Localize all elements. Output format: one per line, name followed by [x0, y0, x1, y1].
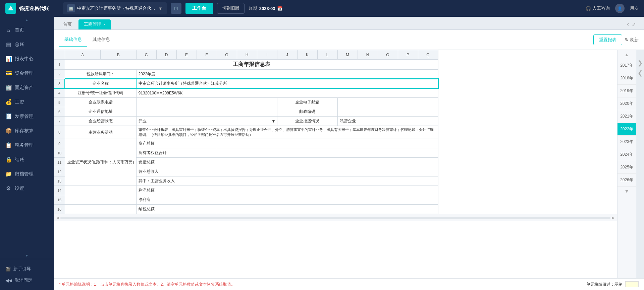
refresh-button[interactable]: ↻ 刷新	[625, 37, 639, 43]
row-num: 16	[54, 205, 65, 214]
calendar-icon[interactable]: 📅	[277, 6, 282, 11]
period-value-cell[interactable]: 2022年度	[136, 70, 438, 79]
company-name-value[interactable]: 中审众环会计师事务所（特殊普通合伙）江苏分所	[136, 79, 438, 88]
period-area: 账期 2023-03 📅	[249, 5, 283, 11]
active-tab-label: 工商管理	[84, 21, 101, 27]
spreadsheet: A B C D E F G H I J K L M	[54, 50, 438, 214]
sidebar-item-close[interactable]: 🔒 结账	[0, 152, 54, 167]
sidebar-label-payroll: 工资	[15, 99, 24, 105]
phone-value[interactable]	[136, 98, 277, 107]
scroll-left-btn[interactable]: ◀	[56, 216, 59, 220]
year-panel-up[interactable]: ▲	[623, 50, 631, 59]
sidebar-item-invoice[interactable]: 🧾 发票管理	[0, 109, 54, 124]
tab-close-button[interactable]: ×	[103, 22, 105, 26]
sidebar-item-inventory[interactable]: 📦 库存核算	[0, 124, 54, 138]
row-num: 7	[54, 117, 65, 126]
shareholding-value[interactable]: 私营企业	[337, 117, 438, 126]
tax-total-label: 纳税总额	[136, 205, 217, 214]
row-num: 12	[54, 167, 65, 176]
net-profit-label: 净利润	[136, 195, 217, 205]
unpin-item[interactable]: ◀◀ 取消固定	[5, 275, 48, 286]
row-num: 14	[54, 186, 65, 195]
old-version-button[interactable]: 切到旧版	[217, 3, 245, 14]
address-value[interactable]	[136, 107, 277, 117]
year-item-2024[interactable]: 2024年	[618, 148, 636, 161]
bottom-right: 单元格编辑过：示例	[586, 281, 639, 287]
sub-tabs: 基础信息 其他信息	[59, 33, 115, 46]
year-item-2018[interactable]: 2018年	[618, 72, 636, 85]
year-panel-down[interactable]: ▼	[623, 187, 631, 196]
biz-activity-value[interactable]: 审查企业会计报表；出具审计报告；验证企业资本；出具验资报告；办理企业合并、分立、…	[136, 126, 438, 139]
sub-tab-other[interactable]: 其他信息	[87, 33, 115, 47]
sidebar-item-archive[interactable]: 📁 归档管理	[0, 167, 54, 181]
sheet-main[interactable]: A B C D E F G H I J K L M	[54, 50, 617, 278]
year-item-2022[interactable]: 2022年	[618, 123, 636, 136]
win-close-button[interactable]: ×	[627, 22, 629, 27]
top-bar: 畅捷通易代账 🏢 中审众环会计师事务所（特殊普通合伙... ▼ ⊡ 工作台 切到…	[0, 0, 644, 17]
sidebar-item-finance[interactable]: 💳 资金管理	[0, 66, 54, 80]
sidebar-item-settings[interactable]: ⚙ 设置	[0, 181, 54, 196]
copy-icon[interactable]: ⊡	[171, 3, 181, 14]
net-profit-value[interactable]	[217, 195, 438, 205]
collapse-right-button[interactable]: ❯	[636, 58, 644, 68]
tab-home[interactable]: 首页	[58, 19, 77, 29]
year-item-2019[interactable]: 2019年	[618, 85, 636, 97]
user-service[interactable]: 🎧 人工咨询	[586, 5, 610, 11]
assets-section-cell: 企业资产状况信息(币种：人民币万元)	[65, 139, 136, 186]
headset-icon: 🎧	[586, 6, 591, 11]
liabilities-value[interactable]	[217, 158, 438, 167]
col-header-O: O	[378, 50, 398, 60]
equity-value[interactable]	[217, 148, 438, 158]
dropdown-arrow-icon[interactable]: ▼	[272, 119, 276, 124]
main-revenue-value[interactable]	[217, 176, 438, 186]
revenue-value[interactable]	[217, 167, 438, 176]
refresh-label: 刷新	[630, 37, 639, 43]
sidebar-item-report[interactable]: 📊 报表中心	[0, 52, 54, 66]
table-row: 3 企业名称 中审众环会计师事务所（特殊普通合伙）江苏分所	[54, 79, 438, 88]
user-label[interactable]: 用友	[630, 5, 639, 11]
sidebar-scroll-down[interactable]: ▼	[0, 252, 54, 259]
tax-total-value[interactable]	[217, 205, 438, 214]
win-expand-button[interactable]: ⤢	[632, 22, 636, 27]
col-header-H: H	[237, 50, 257, 60]
reg-num-value[interactable]: 91320100MA208E5W6K	[136, 88, 438, 98]
period-label-cell: 税款所属期间：	[65, 70, 136, 79]
year-item-2023[interactable]: 2023年	[618, 136, 636, 148]
sidebar-item-tax[interactable]: 📋 税务管理	[0, 138, 54, 152]
reset-report-button[interactable]: 重置报表	[593, 34, 622, 45]
workbench-button[interactable]: 工作台	[185, 3, 213, 14]
year-item-2020[interactable]: 2020年	[618, 97, 636, 110]
row-num: 11	[54, 158, 65, 167]
new-guide-item[interactable]: 🎬 新手引导	[5, 263, 48, 275]
sidebar-item-assets[interactable]: 🏢 固定资产	[0, 80, 54, 95]
company-selector[interactable]: 🏢 中审众环会计师事务所（特殊普通合伙... ▼	[63, 2, 167, 14]
sidebar-item-ledger[interactable]: ▤ 总账	[0, 37, 54, 52]
dropdown-icon: ▼	[158, 6, 163, 11]
sidebar-label-ledger: 总账	[15, 42, 24, 48]
email-value[interactable]	[337, 98, 438, 107]
col-header-Q: Q	[418, 50, 438, 60]
year-item-2026[interactable]: 2026年	[618, 174, 636, 187]
year-item-2017[interactable]: 2017年	[618, 59, 636, 72]
expand-right-button[interactable]: ❮	[636, 68, 644, 78]
row-num: 15	[54, 195, 65, 205]
table-row: 4 注册号/统一社会信用代码 91320100MA208E5W6K	[54, 88, 438, 98]
year-item-2025[interactable]: 2025年	[618, 161, 636, 174]
biz-status-value[interactable]: 开业 ▼	[136, 117, 277, 126]
profit-value[interactable]	[217, 186, 438, 195]
year-item-2021[interactable]: 2021年	[618, 110, 636, 123]
sidebar-item-home[interactable]: ⌂ 首页	[0, 23, 54, 37]
sidebar-item-payroll[interactable]: 💰 工资	[0, 95, 54, 109]
scroll-right-btn[interactable]: ▶	[612, 216, 614, 220]
sidebar-label-tax: 税务管理	[15, 142, 34, 148]
postal-value[interactable]	[337, 107, 438, 117]
sub-tab-basic[interactable]: 基础信息	[59, 33, 87, 47]
total-assets-value[interactable]	[217, 139, 438, 148]
col-header-J: J	[277, 50, 297, 60]
sheet-title-cell[interactable]: 工商年报信息表	[65, 60, 438, 70]
sidebar-scroll-up[interactable]: ▲	[0, 17, 54, 23]
col-header-G: G	[217, 50, 237, 60]
invoice-icon: 🧾	[5, 113, 11, 120]
close-accounts-icon: 🔒	[5, 156, 11, 163]
tab-active[interactable]: 工商管理 ×	[78, 19, 111, 29]
